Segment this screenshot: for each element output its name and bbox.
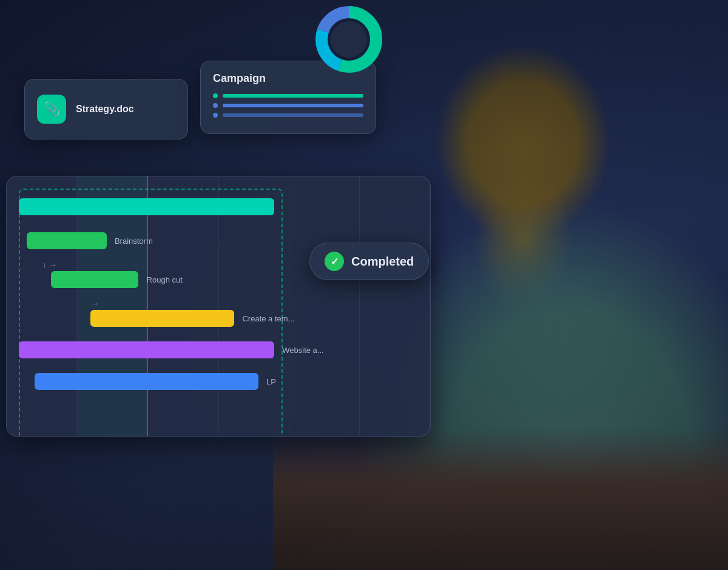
gantt-row-1: Design eBook [19,195,418,219]
strategy-card[interactable]: 📎 Strategy.doc [24,79,188,139]
gantt-bar-1 [19,198,274,215]
gantt-bar-4 [90,310,234,327]
gantt-label-2: Brainstorm [115,236,153,246]
svg-point-3 [331,21,367,58]
campaign-item-1 [213,93,363,98]
arrow-1: ↓ → [42,260,56,269]
gantt-label-5: Website a... [282,346,323,355]
gantt-row-4: Create a tem... [19,307,418,329]
campaign-line-1 [223,94,363,98]
gantt-content: Design eBook Brainstorm ↓ → Rough cut → … [19,189,418,392]
gantt-row-5: Website a... [19,339,418,361]
gantt-label-4: Create a tem... [242,314,294,323]
completed-check-icon: ✓ [325,252,344,271]
gantt-label-6: LP [266,377,276,386]
gantt-label-3: Rough cut [147,275,183,284]
gantt-row-6: LP [19,370,418,392]
completed-text: Completed [351,255,414,269]
gantt-bar-6 [35,373,258,390]
arrow-2: → [90,299,98,308]
completed-badge[interactable]: ✓ Completed [309,243,429,280]
gantt-bar-2 [27,232,107,249]
gantt-bar-3 [51,271,139,288]
gantt-bar-5 [19,341,274,358]
donut-chart [309,0,388,79]
campaign-line-3 [223,113,363,117]
campaign-dot-3 [213,113,218,118]
campaign-dot-2 [213,103,218,108]
campaign-item-2 [213,103,363,108]
campaign-dot-1 [213,93,218,98]
donut-svg [309,0,388,79]
strategy-icon: 📎 [37,95,66,124]
strategy-title: Strategy.doc [76,104,134,115]
gantt-card[interactable]: Design eBook Brainstorm ↓ → Rough cut → … [6,176,431,437]
campaign-item-3 [213,113,363,118]
campaign-line-2 [223,104,363,107]
